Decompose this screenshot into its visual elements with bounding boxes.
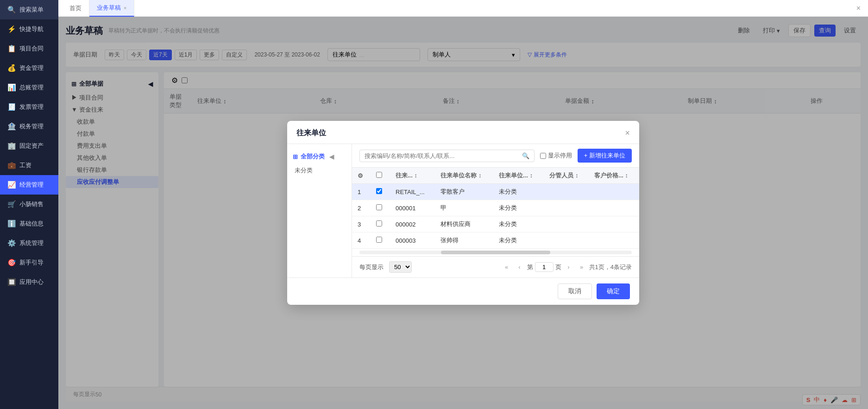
modal-scrollbar-track[interactable]	[359, 251, 632, 254]
modal-search-bar: 🔍 显示停用 + 新增往来单位	[352, 144, 639, 168]
sidebar-item-label: 发票管理	[19, 103, 44, 111]
sidebar-item-label: 工资	[19, 161, 31, 170]
sidebar-item-operations[interactable]: 📈 经营管理	[0, 175, 58, 195]
th-name[interactable]: 往来单位名称 ↕	[435, 168, 493, 184]
sidebar-item-label: 项目合同	[19, 44, 44, 53]
window-close-button[interactable]: ×	[853, 2, 864, 14]
next-page-button[interactable]: ›	[563, 262, 574, 273]
sidebar-item-xiao-yang[interactable]: 🛒 小肠销售	[0, 195, 58, 214]
modal-confirm-button[interactable]: 确定	[597, 283, 630, 299]
sidebar-item-quick-nav[interactable]: ⚡ 快捷导航	[0, 19, 58, 39]
modal-page-size-select[interactable]: 50	[389, 261, 412, 273]
modal-table-row[interactable]: 3 000002 材料供应商 未分类	[352, 216, 639, 233]
project-icon: 📋	[7, 44, 16, 53]
quick-nav-icon: ⚡	[7, 25, 16, 33]
app-center-icon: 🔲	[7, 278, 16, 286]
sidebar-item-project[interactable]: 📋 项目合同	[0, 39, 58, 58]
sidebar-item-basic-info[interactable]: ℹ️ 基础信息	[0, 214, 58, 233]
sidebar-item-capital[interactable]: 💰 资金管理	[0, 58, 58, 78]
prev-page-button[interactable]: ‹	[514, 262, 525, 273]
modal-sidebar-all-category[interactable]: ⊞ 全部分类 ◀	[287, 150, 352, 164]
sidebar: 🔍 搜索菜单 ⚡ 快捷导航 📋 项目合同 💰 资金管理 📊 总账管理 🧾 发票管…	[0, 0, 58, 409]
main-area: 首页 业务草稿 × × 业务草稿 草稿转为正式单据时，不会执行满额促销优惠 删除…	[58, 0, 868, 409]
sidebar-item-label: 快捷导航	[19, 25, 44, 33]
modal-content: 🔍 显示停用 + 新增往来单位	[352, 144, 639, 277]
search-icon: 🔍	[7, 6, 16, 14]
th-code[interactable]: 往来... ↕	[390, 168, 435, 184]
row-name: 张帅得	[435, 233, 493, 249]
capital-icon: 💰	[7, 64, 16, 72]
row-category: 未分类	[493, 184, 544, 200]
tabs-bar: 首页 业务草稿 × ×	[58, 0, 868, 17]
tab-active[interactable]: 业务草稿 ×	[89, 0, 134, 17]
new-guide-icon: 🎯	[7, 258, 16, 267]
sidebar-item-new-guide[interactable]: 🎯 新手引导	[0, 253, 58, 272]
modal-cancel-button[interactable]: 取消	[558, 283, 592, 299]
sidebar-item-search-menu[interactable]: 🔍 搜索菜单	[0, 0, 58, 19]
row-checkbox[interactable]	[371, 233, 390, 249]
modal-body: ⊞ 全部分类 ◀ 未分类	[287, 144, 639, 277]
modal-title: 往来单位	[296, 128, 326, 138]
row-checkbox[interactable]	[371, 200, 390, 216]
sidebar-item-label: 系统管理	[19, 239, 44, 247]
modal-close-button[interactable]: ×	[625, 128, 630, 138]
tab-close-icon[interactable]: ×	[124, 5, 126, 11]
row-manager	[544, 200, 589, 216]
sidebar-item-label: 应用中心	[19, 278, 44, 286]
modal-select-all[interactable]	[376, 172, 382, 178]
row-checkbox[interactable]	[371, 216, 390, 233]
sidebar-item-system[interactable]: ⚙️ 系统管理	[0, 233, 58, 253]
show-disabled-toggle[interactable]: 显示停用	[540, 151, 572, 160]
tab-home[interactable]: 首页	[62, 0, 89, 17]
row-name: 材料供应商	[435, 216, 493, 233]
page-number-input[interactable]	[535, 262, 554, 272]
modal-actions: 取消 确定	[287, 277, 639, 305]
th-settings: ⚙	[352, 168, 371, 184]
row-price	[589, 184, 639, 200]
row-checkbox[interactable]	[371, 184, 390, 200]
grid-icon-modal: ⊞	[293, 153, 298, 160]
sidebar-item-fixed-assets[interactable]: 🏢 固定资产	[0, 136, 58, 156]
fixed-assets-icon: 🏢	[7, 142, 16, 150]
modal-search-field[interactable]: 🔍	[359, 150, 535, 162]
invoice-icon: 🧾	[7, 103, 16, 111]
modal-search-input[interactable]	[365, 152, 519, 159]
row-index: 3	[352, 216, 371, 233]
modal-table-row[interactable]: 4 000003 张帅得 未分类	[352, 233, 639, 249]
add-counterparty-button[interactable]: + 新增往来单位	[578, 149, 632, 163]
sidebar-item-payroll[interactable]: 💼 工资	[0, 156, 58, 175]
modal-sidebar-unclassified[interactable]: 未分类	[287, 164, 352, 177]
modal-sidebar: ⊞ 全部分类 ◀ 未分类	[287, 144, 352, 277]
modal-overlay[interactable]: 往来单位 × ⊞ 全部分类 ◀ 未分类	[58, 17, 868, 409]
sidebar-item-label: 小肠销售	[19, 200, 44, 208]
first-page-button[interactable]: «	[501, 262, 512, 273]
sidebar-item-invoice[interactable]: 🧾 发票管理	[0, 97, 58, 117]
modal-header: 往来单位 ×	[287, 121, 639, 144]
th-manager[interactable]: 分管人员 ↕	[544, 168, 589, 184]
th-category[interactable]: 往来单位... ↕	[493, 168, 544, 184]
sidebar-item-label: 资金管理	[19, 64, 44, 72]
row-code: 000001	[390, 200, 435, 216]
accounts-icon: 📊	[7, 83, 16, 92]
modal-collapse-icon[interactable]: ◀	[329, 153, 334, 160]
sidebar-item-app-center[interactable]: 🔲 应用中心	[0, 272, 58, 292]
modal-scrollbar-thumb[interactable]	[441, 251, 550, 254]
row-category: 未分类	[493, 233, 544, 249]
sidebar-item-label: 总账管理	[19, 83, 44, 92]
sidebar-item-label: 新手引导	[19, 258, 44, 267]
th-price[interactable]: 客户价格... ↕	[589, 168, 639, 184]
row-price	[589, 216, 639, 233]
sidebar-item-accounts[interactable]: 📊 总账管理	[0, 78, 58, 97]
sidebar-item-tax[interactable]: 🏦 税务管理	[0, 117, 58, 136]
sidebar-item-label: 经营管理	[19, 181, 44, 189]
system-icon: ⚙️	[7, 239, 16, 247]
modal-table-row[interactable]: 2 000001 甲 未分类	[352, 200, 639, 216]
last-page-button[interactable]: »	[576, 262, 587, 273]
modal-table-row[interactable]: 1 RETAIL_... 零散客户 未分类	[352, 184, 639, 200]
row-manager	[544, 216, 589, 233]
modal-search-icon: 🔍	[522, 152, 529, 159]
th-checkbox	[371, 168, 390, 184]
row-index: 1	[352, 184, 371, 200]
modal-table-header-row: ⚙ 往来... ↕ 往来单位名称 ↕ 往来单位... ↕ 分管人员 ↕ 客户价格…	[352, 168, 639, 184]
show-disabled-checkbox[interactable]	[540, 153, 546, 159]
